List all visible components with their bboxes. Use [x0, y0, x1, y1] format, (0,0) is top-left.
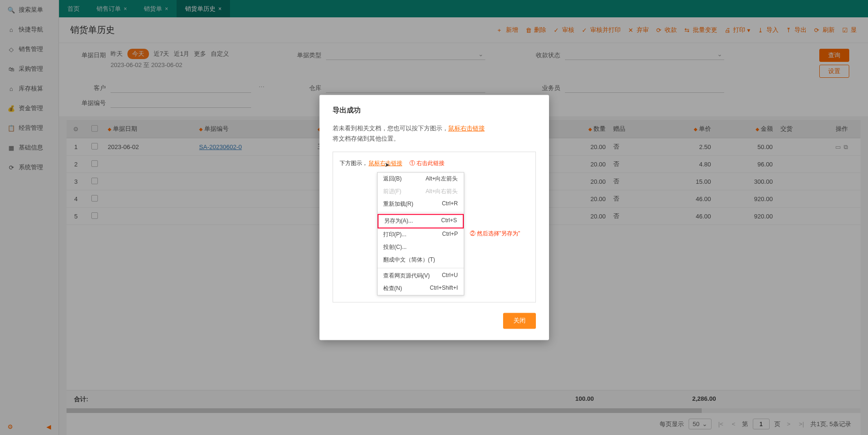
- context-menu-item: 翻成中文（简体）(T): [378, 254, 464, 267]
- context-menu-item: 返回(B)Alt+向左箭头: [378, 173, 464, 186]
- right-click-link[interactable]: 鼠标右击链接: [448, 125, 485, 132]
- context-menu-demo: 返回(B)Alt+向左箭头前进(F)Alt+向右箭头重新加载(R)Ctrl+R另…: [377, 172, 464, 296]
- context-menu-item: 查看网页源代码(V)Ctrl+U: [378, 270, 464, 283]
- modal-title: 导出成功: [333, 106, 536, 115]
- context-menu-item: 投射(C)...: [378, 241, 464, 254]
- export-success-modal: 导出成功 若未看到相关文档，您也可以按下方图示，鼠标右击链接 将文档存储到其他位…: [319, 95, 549, 340]
- close-button[interactable]: 关闭: [503, 313, 536, 329]
- context-menu-item: 重新加载(R)Ctrl+R: [378, 198, 464, 211]
- context-menu-item: 另存为(A)...Ctrl+S: [378, 214, 464, 229]
- annotation-2: ② 然后选择"另存为": [470, 230, 520, 238]
- annotation-1: ① 右击此链接: [409, 160, 445, 168]
- cursor-icon: ➤: [385, 162, 390, 169]
- instruction-image: 下方图示， 鼠标右击链接 ➤ ① 右击此链接 返回(B)Alt+向左箭头前进(F…: [333, 152, 536, 303]
- context-menu-item: 打印(P)...Ctrl+P: [378, 229, 464, 241]
- context-menu-item: 前进(F)Alt+向右箭头: [378, 186, 464, 198]
- modal-body-text: 若未看到相关文档，您也可以按下方图示，鼠标右击链接 将文档存储到其他位置。: [333, 123, 536, 144]
- context-menu-item: 检查(N)Ctrl+Shift+I: [378, 283, 464, 295]
